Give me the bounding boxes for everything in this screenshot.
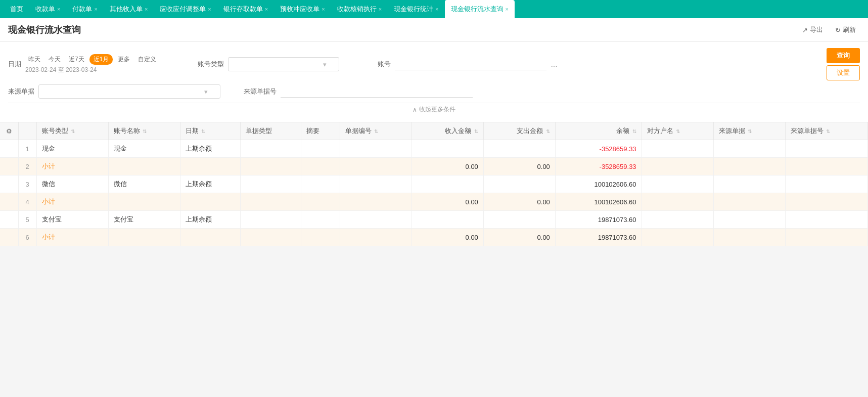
top-nav: 首页 收款单 × 付款单 × 其他收入单 × 应收应付调整单 × 银行存取款单 … xyxy=(0,0,868,18)
page-header: 现金银行流水查询 ↗ 导出 ↻ 刷新 xyxy=(0,18,868,42)
settings-button[interactable]: 设置 xyxy=(827,65,860,80)
source-doc-num-filter-group: 来源单据号 xyxy=(244,85,473,98)
cell-num: 2 xyxy=(18,158,36,175)
cell-counterpart xyxy=(642,140,713,158)
cell-summary xyxy=(301,193,340,211)
nav-bank-deposit[interactable]: 银行存取款单 × xyxy=(217,0,274,18)
col-summary: 摘要 xyxy=(301,122,340,140)
close-icon[interactable]: × xyxy=(379,0,382,18)
cell-income xyxy=(412,211,483,229)
table-row[interactable]: 3 微信 微信 上期余额 100102606.60 xyxy=(0,175,868,193)
cell-income xyxy=(412,140,483,158)
close-icon[interactable]: × xyxy=(208,0,211,18)
col-expense[interactable]: 支出金额 ⇅ xyxy=(483,122,555,140)
col-date[interactable]: 日期 ⇅ xyxy=(180,122,241,140)
col-account-name[interactable]: 账号名称 ⇅ xyxy=(108,122,180,140)
cell-account-type: 小计 xyxy=(36,193,108,211)
close-icon[interactable]: × xyxy=(145,0,148,18)
table-row[interactable]: 4 小计 0.00 0.00 100102606.60 xyxy=(0,193,868,211)
cell-settings xyxy=(0,158,18,175)
col-account-type[interactable]: 账号类型 ⇅ xyxy=(36,122,108,140)
close-icon[interactable]: × xyxy=(265,0,268,18)
source-doc-num-input[interactable] xyxy=(281,85,473,98)
cell-source-doc xyxy=(713,140,785,158)
cell-balance: -3528659.33 xyxy=(555,158,642,175)
cell-doc-num xyxy=(340,211,412,229)
source-doc-select[interactable]: ▾ xyxy=(38,84,220,99)
cell-date: 上期余额 xyxy=(180,211,241,229)
cell-doc-num xyxy=(340,175,412,193)
date-yesterday[interactable]: 昨天 xyxy=(25,54,43,65)
date-1month[interactable]: 近1月 xyxy=(89,54,113,65)
refresh-button[interactable]: ↻ 刷新 xyxy=(831,23,860,36)
nav-cash-stats[interactable]: 现金银行统计 × xyxy=(388,0,444,18)
col-source-doc-num[interactable]: 来源单据号 ⇅ xyxy=(785,122,867,140)
cell-counterpart xyxy=(642,229,713,246)
col-doc-num[interactable]: 单据编号 ⇅ xyxy=(340,122,412,140)
date-range-display: 2023-02-24 至 2023-03-24 xyxy=(25,66,159,74)
cell-doc-type xyxy=(241,229,301,246)
cell-doc-num xyxy=(340,229,412,246)
cell-source-doc xyxy=(713,229,785,246)
sort-icon: ⇅ xyxy=(676,128,680,134)
cell-expense xyxy=(483,140,555,158)
date-label: 日期 xyxy=(8,60,21,69)
cell-source-doc xyxy=(713,211,785,229)
date-7days[interactable]: 近7天 xyxy=(66,54,87,65)
query-button[interactable]: 查询 xyxy=(827,48,860,63)
table-row[interactable]: 2 小计 0.00 0.00 -3528659.33 xyxy=(0,158,868,175)
date-more[interactable]: 更多 xyxy=(115,54,133,65)
cell-account-name xyxy=(108,193,180,211)
dots-button[interactable]: ... xyxy=(551,60,557,69)
cell-account-name: 现金 xyxy=(108,140,180,158)
nav-other-income[interactable]: 其他收入单 × xyxy=(104,0,154,18)
cell-summary xyxy=(301,175,340,193)
col-source-doc[interactable]: 来源单据 ⇅ xyxy=(713,122,785,140)
account-type-select[interactable]: ▾ xyxy=(228,57,339,71)
close-icon[interactable]: × xyxy=(322,0,325,18)
cell-account-name xyxy=(108,229,180,246)
close-icon[interactable]: × xyxy=(57,0,60,18)
table-row[interactable]: 1 现金 现金 上期余额 -3528659.33 xyxy=(0,140,868,158)
cell-source-doc-num xyxy=(785,193,867,211)
col-balance[interactable]: 余额 ⇅ xyxy=(555,122,642,140)
filter-row-2: 来源单据 ▾ 来源单据号 xyxy=(8,84,860,99)
close-icon[interactable]: × xyxy=(435,0,438,18)
table-row[interactable]: 6 小计 0.00 0.00 19871073.60 xyxy=(0,229,868,246)
cell-num: 4 xyxy=(18,193,36,211)
cell-date: 上期余额 xyxy=(180,140,241,158)
close-icon[interactable]: × xyxy=(506,0,509,18)
nav-home[interactable]: 首页 xyxy=(4,0,29,18)
cell-source-doc xyxy=(713,193,785,211)
export-button[interactable]: ↗ 导出 xyxy=(798,23,827,36)
date-today[interactable]: 今天 xyxy=(45,54,64,65)
sort-icon: ⇅ xyxy=(748,128,752,134)
cell-account-name xyxy=(108,158,180,175)
date-custom[interactable]: 自定义 xyxy=(135,54,159,65)
account-input[interactable] xyxy=(395,58,546,70)
col-counterpart[interactable]: 对方户名 ⇅ xyxy=(642,122,713,140)
nav-receipt[interactable]: 收款单 × xyxy=(29,0,66,18)
chevron-down-icon: ▾ xyxy=(204,88,208,96)
nav-advance[interactable]: 预收冲应收单 × xyxy=(274,0,331,18)
nav-payment[interactable]: 付款单 × xyxy=(66,0,103,18)
nav-adjustment[interactable]: 应收应付调整单 × xyxy=(154,0,217,18)
col-settings[interactable]: ⚙ xyxy=(0,122,18,140)
close-icon[interactable]: × xyxy=(94,0,97,18)
cell-doc-num xyxy=(340,140,412,158)
cell-balance: 100102606.60 xyxy=(555,193,642,211)
sort-icon: ⇅ xyxy=(201,128,205,134)
export-icon: ↗ xyxy=(802,26,808,34)
data-table: ⚙ 账号类型 ⇅ 账号名称 ⇅ 日期 ⇅ 单据类型 xyxy=(0,122,868,246)
sort-icon: ⇅ xyxy=(71,128,75,134)
cell-balance: 19871073.60 xyxy=(555,211,642,229)
cell-income: 0.00 xyxy=(412,229,483,246)
nav-cash-flow[interactable]: 现金银行流水查询 × xyxy=(445,0,515,18)
collapse-bar[interactable]: ∧ 收起更多条件 xyxy=(8,103,860,116)
col-income[interactable]: 收入金额 ⇅ xyxy=(412,122,483,140)
cell-settings xyxy=(0,140,18,158)
nav-verify[interactable]: 收款核销执行 × xyxy=(331,0,388,18)
table-row[interactable]: 5 支付宝 支付宝 上期余额 19871073.60 xyxy=(0,211,868,229)
table-settings-icon[interactable]: ⚙ xyxy=(6,127,12,135)
cell-source-doc xyxy=(713,175,785,193)
